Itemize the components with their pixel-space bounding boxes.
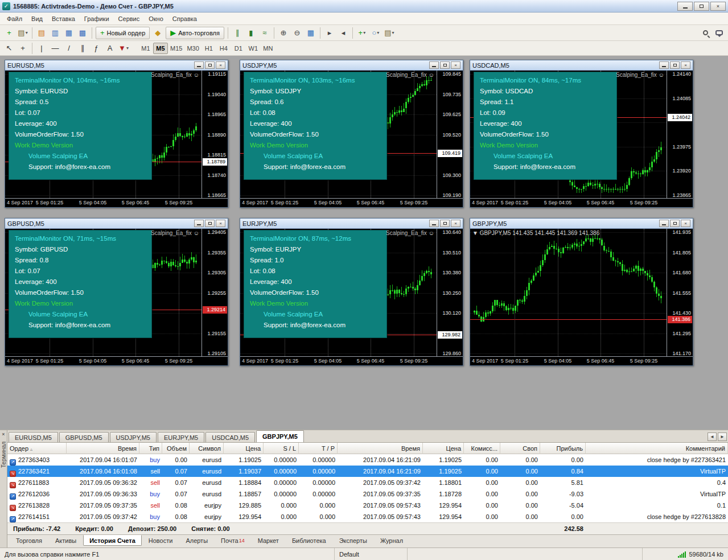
search-button[interactable] bbox=[698, 27, 712, 39]
line-chart-mode-button[interactable]: ≈ bbox=[258, 27, 272, 39]
chart-title-bar[interactable]: USDJPY,M5× bbox=[240, 60, 463, 71]
chart-restore-button[interactable] bbox=[440, 220, 450, 227]
price-scale[interactable]: 130.640130.510130.380130.250130.120129.8… bbox=[437, 229, 463, 356]
menu-item-6[interactable]: Справка bbox=[168, 14, 201, 24]
terminal-tab-библиотека[interactable]: Библиотека bbox=[286, 535, 332, 546]
new-chart-button[interactable]: + bbox=[2, 27, 16, 39]
column-header-2[interactable]: Тип bbox=[139, 443, 162, 454]
market-watch-button[interactable]: ▤ bbox=[35, 27, 48, 39]
timeframe-m1[interactable]: M1 bbox=[138, 43, 153, 54]
chart-tab-usdjpy[interactable]: USDJPY,M5 bbox=[110, 432, 157, 442]
table-row[interactable]: ↗2276141512017.09.05 09:37:42buy0.08eurj… bbox=[7, 511, 728, 522]
chart-tab-gbpusd[interactable]: GBPUSD,M5 bbox=[59, 432, 109, 442]
column-header-11[interactable]: Своп bbox=[500, 443, 540, 454]
chart-restore-button[interactable] bbox=[440, 61, 450, 69]
chat-button[interactable] bbox=[712, 27, 726, 39]
tab-scroll-left-icon[interactable]: ◄ bbox=[708, 433, 717, 441]
chart-plot[interactable]: TerminalMonitor ON, 103ms, ~16msSymbol: … bbox=[240, 71, 437, 198]
zoom-in-button[interactable]: ⊕ bbox=[277, 27, 290, 39]
price-scale[interactable]: 1.191151.190401.189651.188901.188151.187… bbox=[201, 71, 228, 198]
chart-tab-usdcad[interactable]: USDCAD,M5 bbox=[205, 432, 255, 442]
indicators-button[interactable]: +▾ bbox=[355, 27, 369, 39]
chart-plot[interactable]: ▼ GBPJPY,M5 141.435 141.445 141.369 141.… bbox=[470, 229, 667, 356]
table-row[interactable]: ↘2276138282017.09.05 09:37:35sell0.08eur… bbox=[7, 500, 728, 511]
column-header-9[interactable]: Цена bbox=[423, 443, 464, 454]
close-button[interactable]: × bbox=[710, 2, 726, 11]
terminal-tab-новости[interactable]: Новости bbox=[142, 535, 179, 546]
status-profile[interactable]: Default bbox=[335, 548, 408, 560]
candlestick-mode-button[interactable]: ▮ bbox=[244, 27, 258, 39]
chart-plot[interactable]: TerminalMonitor ON, 84ms, ~17msSymbol: U… bbox=[470, 71, 667, 198]
trend-line-button[interactable]: / bbox=[62, 42, 76, 55]
timeframe-m5[interactable]: M5 bbox=[153, 43, 168, 54]
terminal-tab-почта[interactable]: Почта14 bbox=[215, 535, 251, 546]
terminal-panel-button[interactable]: ▩ bbox=[76, 27, 89, 39]
tile-windows-button[interactable]: ▦ bbox=[304, 27, 318, 39]
periods-button[interactable]: ○▾ bbox=[369, 27, 382, 39]
chart-title-bar[interactable]: USDCAD,M5× bbox=[470, 60, 693, 71]
timeframe-mn[interactable]: MN bbox=[261, 43, 275, 54]
chart-plot[interactable]: TerminalMonitor ON, 71ms, ~15msSymbol: G… bbox=[5, 229, 201, 356]
menu-item-2[interactable]: Вставка bbox=[47, 14, 80, 24]
column-header-13[interactable]: Комментарий bbox=[586, 443, 728, 454]
time-axis[interactable]: 4 Sep 20175 Sep 01:255 Sep 04:055 Sep 06… bbox=[5, 198, 228, 207]
fibonacci-button[interactable]: ƒ bbox=[89, 42, 103, 55]
crosshair-button[interactable]: + bbox=[16, 42, 30, 55]
chart-window-eurusd[interactable]: EURUSD,M5×TerminalMonitor ON, 104ms, ~16… bbox=[5, 60, 228, 208]
menu-item-0[interactable]: Файл bbox=[2, 14, 27, 24]
timeframe-d1[interactable]: D1 bbox=[231, 43, 246, 54]
price-scale[interactable]: 1.241401.240851.239751.239201.238651.240… bbox=[667, 71, 693, 198]
bar-chart-mode-button[interactable]: ∥ bbox=[231, 27, 244, 39]
equidistant-channel-button[interactable]: ∥ bbox=[76, 42, 89, 55]
column-header-3[interactable]: Объем bbox=[162, 443, 190, 454]
column-header-4[interactable]: Символ bbox=[190, 443, 224, 454]
vertical-line-button[interactable]: | bbox=[35, 42, 48, 55]
time-axis[interactable]: 4 Sep 20175 Sep 01:255 Sep 04:055 Sep 06… bbox=[470, 356, 693, 365]
chart-close-button[interactable]: × bbox=[681, 220, 690, 227]
text-label-button[interactable]: A bbox=[103, 42, 117, 55]
timeframe-h1[interactable]: H1 bbox=[201, 43, 216, 54]
chart-window-eurjpy[interactable]: EURJPY,M5×TerminalMonitor ON, 87ms, ~12m… bbox=[240, 218, 463, 366]
terminal-tab-журнал[interactable]: Журнал bbox=[374, 535, 409, 546]
chart-close-button[interactable]: × bbox=[216, 61, 225, 69]
auto-scroll-button[interactable]: ▸ bbox=[323, 27, 336, 39]
chart-minimize-button[interactable] bbox=[659, 61, 669, 69]
chart-tab-eurusd[interactable]: EURUSD,M5 bbox=[9, 432, 58, 442]
chart-window-usdjpy[interactable]: USDJPY,M5×TerminalMonitor ON, 103ms, ~16… bbox=[240, 60, 463, 208]
chart-title-bar[interactable]: EURJPY,M5× bbox=[240, 219, 463, 229]
timeframe-h4[interactable]: H4 bbox=[216, 43, 231, 54]
column-header-7[interactable]: T / P bbox=[299, 443, 338, 454]
chart-restore-button[interactable] bbox=[205, 220, 215, 227]
chart-minimize-button[interactable] bbox=[429, 61, 439, 69]
new-order-button[interactable]: +Новый ордер bbox=[96, 27, 150, 39]
chart-restore-button[interactable] bbox=[670, 61, 680, 69]
chart-close-button[interactable]: × bbox=[451, 220, 460, 227]
chart-minimize-button[interactable] bbox=[429, 220, 439, 227]
terminal-tab-активы[interactable]: Активы bbox=[49, 535, 83, 546]
time-axis[interactable]: 4 Sep 20175 Sep 01:255 Sep 04:055 Sep 06… bbox=[5, 356, 228, 365]
time-axis[interactable]: 4 Sep 20175 Sep 01:255 Sep 04:055 Sep 06… bbox=[240, 356, 463, 365]
price-scale[interactable]: 109.845109.735109.625109.520109.300109.1… bbox=[437, 71, 463, 198]
menu-item-4[interactable]: Сервис bbox=[114, 14, 145, 24]
terminal-tab-эксперты[interactable]: Эксперты bbox=[333, 535, 373, 546]
chart-plot[interactable]: TerminalMonitor ON, 104ms, ~16msSymbol: … bbox=[5, 71, 201, 198]
timeframe-w1[interactable]: W1 bbox=[246, 43, 261, 54]
column-header-10[interactable]: Комисс... bbox=[464, 443, 500, 454]
menu-item-3[interactable]: Графики bbox=[80, 14, 114, 24]
column-header-0[interactable]: Ордер▵ bbox=[7, 443, 67, 454]
horizontal-line-button[interactable]: — bbox=[48, 42, 62, 55]
chart-title-bar[interactable]: GBPUSD,M5× bbox=[5, 219, 228, 229]
chart-close-button[interactable]: × bbox=[216, 220, 225, 227]
column-header-8[interactable]: Время bbox=[338, 443, 423, 454]
zoom-out-button[interactable]: ⊖ bbox=[290, 27, 304, 39]
tab-scroll-right-icon[interactable]: ► bbox=[718, 433, 727, 441]
chart-restore-button[interactable] bbox=[670, 220, 680, 227]
chart-title-bar[interactable]: EURUSD,M5× bbox=[5, 60, 228, 71]
chart-window-gbpjpy[interactable]: GBPJPY,M5×▼ GBPJPY,M5 141.435 141.445 14… bbox=[470, 218, 693, 366]
chart-restore-button[interactable] bbox=[205, 61, 215, 69]
time-axis[interactable]: 4 Sep 20175 Sep 01:255 Sep 04:055 Sep 06… bbox=[470, 198, 693, 207]
table-row[interactable]: ↗2273634032017.09.04 16:01:07buy0.00euru… bbox=[7, 454, 728, 466]
navigator-button[interactable]: ▦ bbox=[62, 27, 76, 39]
restore-button[interactable] bbox=[694, 2, 709, 11]
minimize-button[interactable] bbox=[677, 2, 693, 11]
